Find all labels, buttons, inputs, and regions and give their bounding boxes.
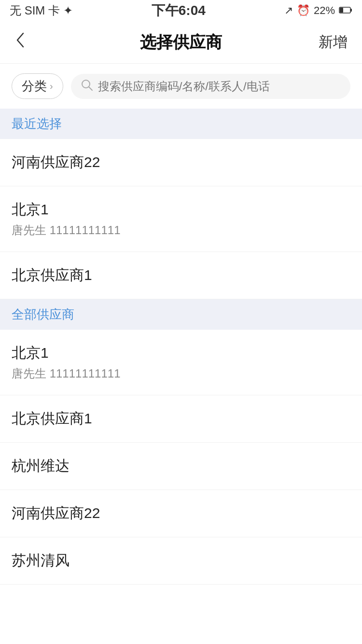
nav-bar: 选择供应商 新增 xyxy=(0,21,362,64)
svg-rect-2 xyxy=(340,8,343,13)
item-name: 北京1 xyxy=(12,343,350,363)
battery-text: 22% xyxy=(314,4,335,17)
status-time: 下午6:04 xyxy=(152,1,206,20)
svg-rect-1 xyxy=(350,9,352,12)
item-name: 北京供应商1 xyxy=(12,266,350,285)
search-bar[interactable] xyxy=(71,74,350,99)
list-item[interactable]: 北京供应商1 xyxy=(0,395,362,443)
back-button[interactable] xyxy=(14,30,43,54)
alarm-icon: ⏰ xyxy=(297,4,310,17)
chevron-right-icon: › xyxy=(50,81,53,92)
list-item[interactable]: 北京供应商1 xyxy=(0,252,362,299)
status-left: 无 SIM 卡 ✦ xyxy=(10,3,73,18)
recent-section-label: 最近选择 xyxy=(12,116,62,131)
page-title: 选择供应商 xyxy=(140,31,222,54)
recent-items-list: 河南供应商22北京1唐先生 11111111111北京供应商1 xyxy=(0,139,362,299)
add-button[interactable]: 新增 xyxy=(319,32,348,52)
list-item[interactable]: 杭州维达 xyxy=(0,443,362,490)
search-icon xyxy=(81,79,93,94)
category-label: 分类 xyxy=(22,78,47,95)
battery-icon xyxy=(339,4,352,17)
location-icon: ↗ xyxy=(284,4,293,17)
item-name: 北京1 xyxy=(12,200,350,220)
item-name: 杭州维达 xyxy=(12,456,350,476)
recent-section-header: 最近选择 xyxy=(0,109,362,139)
sim-status: 无 SIM 卡 ✦ xyxy=(10,3,73,18)
all-section-header: 全部供应商 xyxy=(0,299,362,330)
item-name: 河南供应商22 xyxy=(12,153,350,172)
list-item[interactable]: 北京1唐先生 11111111111 xyxy=(0,186,362,252)
list-item[interactable]: 河南供应商22 xyxy=(0,139,362,186)
filter-bar: 分类 › xyxy=(0,64,362,109)
item-sub: 唐先生 11111111111 xyxy=(12,223,350,238)
item-name: 苏州清风 xyxy=(12,551,350,571)
all-section-label: 全部供应商 xyxy=(12,307,74,322)
status-right: ↗ ⏰ 22% xyxy=(284,4,352,17)
item-name: 北京供应商1 xyxy=(12,409,350,429)
item-sub: 唐先生 11111111111 xyxy=(12,366,350,381)
all-items-list: 北京1唐先生 11111111111北京供应商1杭州维达河南供应商22苏州清风 xyxy=(0,330,362,585)
list-item[interactable]: 苏州清风 xyxy=(0,537,362,585)
list-item[interactable]: 河南供应商22 xyxy=(0,490,362,537)
search-input[interactable] xyxy=(98,80,341,93)
category-filter[interactable]: 分类 › xyxy=(12,73,63,99)
svg-line-4 xyxy=(89,87,92,90)
item-name: 河南供应商22 xyxy=(12,504,350,523)
list-item[interactable]: 北京1唐先生 11111111111 xyxy=(0,330,362,395)
status-bar: 无 SIM 卡 ✦ 下午6:04 ↗ ⏰ 22% xyxy=(0,0,362,21)
